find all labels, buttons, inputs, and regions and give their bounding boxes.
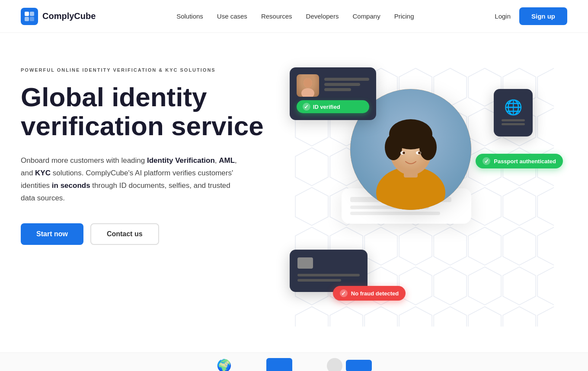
nav-use-cases[interactable]: Use cases — [217, 13, 247, 20]
bottom-icon-group-1: 🌍 — [217, 358, 232, 371]
id-bottom-icon — [266, 358, 292, 371]
check-icon: ✓ — [303, 103, 310, 111]
id-verified-badge: ✓ ID verified — [297, 100, 369, 113]
nav-links: Solutions Use cases Resources Developers… — [176, 13, 414, 20]
login-button[interactable]: Login — [495, 13, 511, 20]
logo-text: ComplyCube — [42, 11, 96, 21]
nav-developers[interactable]: Developers — [306, 13, 339, 20]
navigation: ComplyCube Solutions Use cases Resources… — [0, 0, 588, 33]
svg-rect-3 — [30, 17, 34, 21]
nav-resources[interactable]: Resources — [261, 13, 292, 20]
nav-solutions[interactable]: Solutions — [176, 13, 203, 20]
svg-point-8 — [304, 78, 312, 88]
svg-point-14 — [385, 134, 402, 160]
hero-title: Global identity verification service — [21, 83, 264, 141]
hero-right: ✓ ID verified — [281, 67, 567, 327]
start-now-button[interactable]: Start now — [21, 223, 83, 245]
bottom-icon-group-3 — [327, 358, 372, 371]
nav-pricing[interactable]: Pricing — [394, 13, 414, 20]
passport-authenticated-badge: ✓ Passport authenticated — [476, 154, 563, 168]
hero-buttons: Start now Contact us — [21, 223, 264, 245]
id-card-lines — [324, 78, 369, 93]
hero-description: Onboard more customers with leading Iden… — [21, 155, 246, 205]
svg-point-18 — [403, 152, 405, 154]
signup-button[interactable]: Sign up — [519, 7, 567, 25]
hero-eyebrow: POWERFUL ONLINE IDENTITY VERIFICATION & … — [21, 67, 264, 73]
id-card-avatar — [297, 74, 319, 97]
bottom-icon-group-2 — [266, 358, 292, 371]
check-icon: ✓ — [483, 157, 490, 165]
badge-bottom-icon — [346, 360, 372, 371]
avatar-bottom-icon — [327, 358, 342, 371]
hero-left: POWERFUL ONLINE IDENTITY VERIFICATION & … — [21, 67, 264, 245]
logo-icon — [21, 8, 38, 25]
check-icon: ✓ — [340, 289, 348, 297]
globe-icon: 🌐 — [504, 98, 522, 116]
bottom-bar: 🌍 — [0, 352, 588, 371]
svg-point-15 — [419, 134, 437, 160]
nav-actions: Login Sign up — [495, 7, 567, 25]
no-fraud-badge: ✓ No fraud detected — [333, 286, 406, 301]
card-chip — [297, 257, 313, 269]
passport-card: 🌐 — [494, 89, 533, 136]
id-card: ✓ ID verified — [290, 67, 376, 120]
hero-section: POWERFUL ONLINE IDENTITY VERIFICATION & … — [0, 33, 588, 352]
globe-bottom-icon: 🌍 — [217, 358, 232, 371]
svg-point-7 — [301, 88, 314, 97]
svg-rect-1 — [30, 12, 34, 16]
nav-company[interactable]: Company — [352, 13, 380, 20]
svg-rect-0 — [25, 12, 29, 16]
svg-point-19 — [418, 152, 421, 154]
logo-link[interactable]: ComplyCube — [21, 8, 96, 25]
contact-us-button[interactable]: Contact us — [90, 223, 159, 245]
svg-rect-2 — [25, 17, 29, 21]
